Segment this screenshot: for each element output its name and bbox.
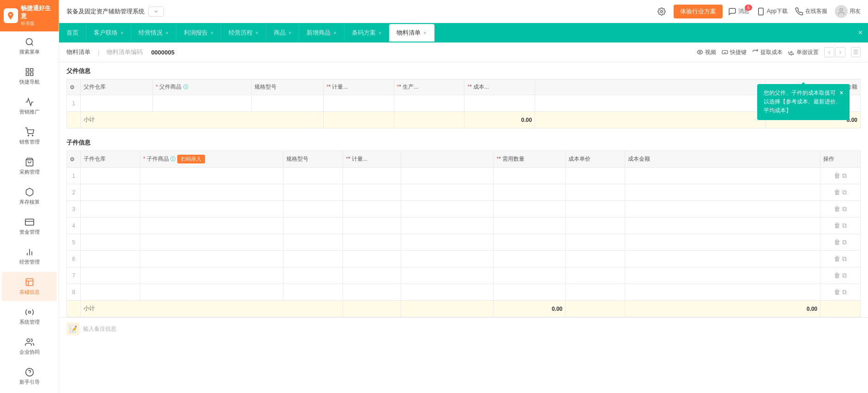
tooltip-close[interactable]: × xyxy=(840,89,843,97)
sidebar-item-sales[interactable]: 销售管理 xyxy=(2,122,57,151)
scan-button[interactable]: 扫码录入 xyxy=(177,155,205,163)
svg-rect-23 xyxy=(722,51,728,54)
system-dropdown[interactable] xyxy=(148,6,164,17)
child-col-settings[interactable]: ⚙ xyxy=(67,151,81,168)
sidebar-item-system[interactable]: 系统管理 xyxy=(2,302,57,331)
menu-icon[interactable]: ☰ xyxy=(851,47,861,57)
child-goods-1[interactable] xyxy=(140,168,283,184)
child-unit-1[interactable] xyxy=(343,168,401,184)
delete-icon-2[interactable]: 🗑 xyxy=(834,188,840,196)
child-warehouse-1[interactable] xyxy=(81,168,140,184)
nav-tabs: 首页 客户联络 × 经营情况 × 利润报告 × 经营历程 × 商品 × 新增商品… xyxy=(59,23,868,42)
tab-bom[interactable]: 物料清单 × xyxy=(389,24,434,42)
copy-icon-3[interactable]: ⧉ xyxy=(842,205,847,213)
child-unit-cost-1[interactable] xyxy=(566,168,625,184)
tab-barcode-close[interactable]: × xyxy=(379,30,381,36)
sidebar-item-quick-nav[interactable]: 快捷导航 xyxy=(2,62,57,91)
tab-home[interactable]: 首页 xyxy=(59,24,86,42)
parent-unit-cell-1[interactable] xyxy=(323,95,394,112)
note-label[interactable]: 输入备注信息 xyxy=(83,325,116,333)
tab-ops-history-close[interactable]: × xyxy=(255,30,258,36)
sidebar-item-guide[interactable]: 新手引导 xyxy=(2,362,57,391)
sidebar-item-marketing[interactable]: 营销推广 xyxy=(2,92,57,121)
delete-icon-3[interactable]: 🗑 xyxy=(834,205,840,213)
sidebar-item-operations[interactable]: 经营管理 xyxy=(2,242,57,271)
copy-icon-1[interactable]: ⧉ xyxy=(842,172,847,180)
parent-cost-cell-1[interactable] xyxy=(464,95,535,112)
child-needed-qty-2[interactable] xyxy=(494,184,566,201)
tab-barcode-label: 条码方案 xyxy=(352,29,376,37)
tab-barcode[interactable]: 条码方案 × xyxy=(344,24,389,42)
copy-icon-4[interactable]: ⧉ xyxy=(842,222,847,230)
tab-goods[interactable]: 商品 × xyxy=(266,24,299,42)
delete-icon-5[interactable]: 🗑 xyxy=(834,238,840,246)
child-spec-2[interactable] xyxy=(283,184,343,201)
copy-icon-6[interactable]: ⧉ xyxy=(842,255,847,263)
message-badge: 6 xyxy=(745,5,752,11)
child-goods-info-icon[interactable]: ⓘ xyxy=(170,156,175,162)
parent-col-settings[interactable]: ⚙ xyxy=(67,79,81,95)
next-arrow[interactable]: › xyxy=(835,47,845,57)
user-action[interactable]: 用友 xyxy=(835,5,861,18)
sidebar-enterprise-label: 企业协同 xyxy=(19,349,40,356)
delete-icon-4[interactable]: 🗑 xyxy=(834,222,840,230)
view-btn[interactable]: 视频 xyxy=(697,48,716,56)
tab-bom-label: 物料清单 xyxy=(397,29,421,37)
sidebar-item-basic[interactable]: 基础信息 xyxy=(2,272,57,301)
copy-icon-5[interactable]: ⧉ xyxy=(842,238,847,246)
sidebar-item-enterprise[interactable]: 企业协同 xyxy=(2,332,57,361)
child-unit-cost-2[interactable] xyxy=(566,184,625,201)
child-filler-2 xyxy=(401,184,494,201)
sidebar-item-inventory[interactable]: 库存核算 xyxy=(2,182,57,211)
parent-production-cell-1[interactable] xyxy=(394,95,464,112)
child-spec-1[interactable] xyxy=(283,168,343,184)
parent-goods-cell-1[interactable] xyxy=(153,95,251,112)
tab-bom-close[interactable]: × xyxy=(423,30,426,36)
copy-icon-2[interactable]: ⧉ xyxy=(842,188,847,196)
sidebar-inventory-label: 库存核算 xyxy=(19,199,40,206)
settings-button[interactable] xyxy=(655,5,668,18)
parent-warehouse-cell-1[interactable] xyxy=(81,95,153,112)
copy-icon-8[interactable]: ⧉ xyxy=(842,288,847,296)
tab-new-goods-close[interactable]: × xyxy=(333,30,336,36)
delete-icon-8[interactable]: 🗑 xyxy=(834,288,840,296)
tab-goods-close[interactable]: × xyxy=(289,30,291,36)
delete-icon-6[interactable]: 🗑 xyxy=(834,255,840,263)
app-download-action[interactable]: App下载 xyxy=(757,7,788,16)
tab-new-goods[interactable]: 新增商品 × xyxy=(299,24,344,42)
child-needed-qty-1[interactable] xyxy=(494,168,566,184)
prev-arrow[interactable]: ‹ xyxy=(824,47,834,57)
child-unit-2[interactable] xyxy=(343,184,401,201)
close-all-tabs[interactable]: × xyxy=(853,24,868,42)
breadcrumb-bom[interactable]: 物料清单 xyxy=(66,48,90,56)
parent-goods-info-icon[interactable]: ⓘ xyxy=(183,84,188,90)
message-action[interactable]: 6 消息 xyxy=(728,7,749,16)
sidebar-item-search[interactable]: 搜索菜单 xyxy=(2,32,57,61)
tab-profit[interactable]: 利润报告 × xyxy=(176,24,221,42)
logo-icon xyxy=(4,8,18,23)
copy-icon-7[interactable]: ⧉ xyxy=(842,272,847,279)
tab-customer[interactable]: 客户联络 × xyxy=(86,24,131,42)
tab-ops-status-close[interactable]: × xyxy=(165,30,168,36)
child-warehouse-2[interactable] xyxy=(81,184,140,201)
tab-ops-status[interactable]: 经营情况 × xyxy=(131,24,176,42)
child-goods-2[interactable] xyxy=(140,184,283,201)
child-subtotal-label: 小计 xyxy=(81,301,343,317)
svg-rect-4 xyxy=(30,73,33,75)
tab-customer-close[interactable]: × xyxy=(121,30,123,36)
single-setting-btn[interactable]: 单据设置 xyxy=(788,48,819,56)
online-service-action[interactable]: 在线客服 xyxy=(795,7,827,16)
parent-spec-cell-1[interactable] xyxy=(251,95,323,112)
note-icon[interactable]: 📝 xyxy=(66,322,79,335)
sidebar-item-finance[interactable]: 资金管理 xyxy=(2,212,57,241)
delete-icon-7[interactable]: 🗑 xyxy=(834,272,840,279)
sidebar-item-purchase[interactable]: 采购管理 xyxy=(2,152,57,181)
tab-ops-history[interactable]: 经营历程 × xyxy=(221,24,266,42)
tab-new-goods-label: 新增商品 xyxy=(307,29,331,37)
tab-profit-close[interactable]: × xyxy=(211,30,213,36)
delete-icon-1[interactable]: 🗑 xyxy=(834,172,840,180)
experience-button[interactable]: 体验行业方案 xyxy=(674,5,723,18)
shortcut-btn[interactable]: 快捷键 xyxy=(722,48,747,56)
child-subtotal-needed-qty: 0.00 xyxy=(494,301,566,317)
extract-cost-btn[interactable]: 提取成本 xyxy=(752,48,783,56)
